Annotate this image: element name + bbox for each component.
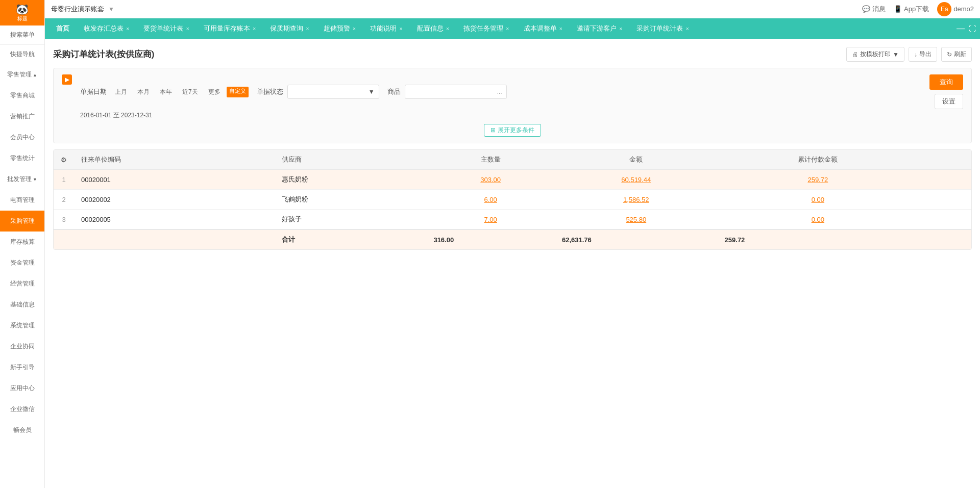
col-code: 往来单位编码 bbox=[74, 150, 275, 170]
nav-tab-stock-summary[interactable]: 收发存汇总表 × bbox=[77, 21, 136, 36]
main-area: 母婴行业演示账套 ▼ 💬 消息 📱 App下载 Ea demo2 首页 收发存汇… bbox=[45, 0, 980, 488]
close-icon[interactable]: × bbox=[619, 25, 622, 32]
close-icon[interactable]: × bbox=[186, 25, 189, 32]
nav-tab-function[interactable]: 功能说明 × bbox=[363, 21, 409, 36]
sidebar-item-enterprise[interactable]: 企业协同 bbox=[0, 336, 44, 357]
sidebar-item-purchase[interactable]: 采购管理 bbox=[0, 211, 44, 232]
sidebar-item-retail-shop[interactable]: 零售商城 bbox=[0, 85, 44, 106]
close-icon[interactable]: × bbox=[506, 25, 509, 32]
shortcut-last-month[interactable]: 上月 bbox=[111, 87, 131, 97]
sidebar-item-member2[interactable]: 畅会员 bbox=[0, 420, 44, 441]
user-menu[interactable]: Ea demo2 bbox=[937, 2, 974, 16]
export-icon: ↓ bbox=[914, 51, 917, 58]
print-icon: 🖨 bbox=[852, 51, 858, 58]
nav-tab-picking[interactable]: 拣货任务管理 × bbox=[456, 21, 516, 36]
col-gear: ⚙ bbox=[54, 150, 74, 170]
close-icon[interactable]: × bbox=[353, 25, 356, 32]
status-select[interactable]: ▼ bbox=[287, 85, 379, 99]
nav-tab-purchase-stats[interactable]: 采购订单统计表 × bbox=[629, 21, 696, 36]
message-icon: 💬 bbox=[862, 5, 870, 13]
sidebar-item-retail-stats[interactable]: 零售统计 bbox=[0, 148, 44, 169]
close-icon[interactable]: × bbox=[306, 25, 309, 32]
row-num: 2 bbox=[54, 190, 74, 210]
user-name: demo2 bbox=[953, 5, 974, 13]
row-amount: 1,586.52 bbox=[555, 190, 718, 210]
close-icon[interactable]: × bbox=[253, 25, 256, 32]
row-code: 00020005 bbox=[74, 210, 275, 230]
nav-tab-home[interactable]: 首页 bbox=[49, 21, 77, 36]
close-icon[interactable]: × bbox=[685, 25, 689, 32]
goods-label: 商品 bbox=[387, 87, 401, 96]
nav-tab-available-stock[interactable]: 可用量库存账本 × bbox=[197, 21, 263, 36]
sidebar-item-operations[interactable]: 经营管理 bbox=[0, 273, 44, 294]
page-content: 采购订单统计表(按供应商) 🖨 按模板打印 ▼ ↓ 导出 ↻ 刷新 bbox=[45, 39, 980, 488]
nav-tab-invite[interactable]: 邀请下游客户 × bbox=[570, 21, 629, 36]
refresh-button[interactable]: ↻ 刷新 bbox=[941, 47, 972, 62]
sidebar-item-newbie[interactable]: 新手引导 bbox=[0, 357, 44, 378]
minimize-button[interactable]: — bbox=[957, 24, 965, 33]
logo: 🐼 标题 bbox=[0, 0, 44, 25]
close-icon[interactable]: × bbox=[559, 25, 562, 32]
workspace-name: 母婴行业演示账套 bbox=[51, 5, 104, 14]
sidebar-quick-nav[interactable]: 快捷导航 bbox=[0, 45, 44, 64]
settings-button[interactable]: 设置 bbox=[935, 94, 963, 109]
data-table-wrapper: ⚙ 往来单位编码 供应商 主数量 金额 累计付款金额 1 00020001 bbox=[53, 149, 972, 250]
sidebar-item-retail-mgmt[interactable]: 零售管理 bbox=[0, 64, 44, 85]
sidebar-item-ecommerce[interactable]: 电商管理 bbox=[0, 190, 44, 211]
shortcut-more[interactable]: 更多 bbox=[204, 87, 225, 97]
page-title-bar: 采购订单统计表(按供应商) 🖨 按模板打印 ▼ ↓ 导出 ↻ 刷新 bbox=[53, 47, 972, 62]
sidebar-item-app-center[interactable]: 应用中心 bbox=[0, 378, 44, 399]
row-quantity: 303.00 bbox=[426, 170, 555, 190]
sidebar-item-inventory[interactable]: 库存核算 bbox=[0, 232, 44, 252]
row-paid: 0.00 bbox=[718, 210, 918, 230]
nav-tab-config[interactable]: 配置信息 × bbox=[410, 21, 456, 36]
refresh-icon: ↻ bbox=[947, 51, 952, 58]
custom-badge: 自定义 bbox=[227, 87, 249, 97]
maximize-button[interactable]: ⛶ bbox=[969, 24, 976, 33]
filter-area: ▶ 单据日期 上月 本月 本年 近7天 更多 bbox=[53, 68, 972, 143]
shortcut-this-year[interactable]: 本年 bbox=[156, 87, 176, 97]
nav-window-controls: — ⛶ bbox=[957, 24, 976, 33]
row-code: 00020001 bbox=[74, 170, 275, 190]
title-actions: 🖨 按模板打印 ▼ ↓ 导出 ↻ 刷新 bbox=[846, 47, 972, 62]
sidebar-item-wholesale[interactable]: 批发管理 bbox=[0, 169, 44, 190]
content-area: 采购订单统计表(按供应商) 🖨 按模板打印 ▼ ↓ 导出 ↻ 刷新 bbox=[45, 39, 980, 488]
expand-row: ⊞ 展开更多条件 bbox=[62, 124, 963, 137]
sidebar-item-member[interactable]: 会员中心 bbox=[0, 127, 44, 148]
row-paid: 0.00 bbox=[718, 190, 918, 210]
sidebar-item-finance[interactable]: 资金管理 bbox=[0, 252, 44, 273]
nav-tab-cost-adj[interactable]: 成本调整单 × bbox=[517, 21, 570, 36]
row-extra bbox=[918, 190, 971, 210]
row-num: 3 bbox=[54, 210, 74, 230]
filter-row-1: 单据日期 上月 本月 本年 近7天 更多 自定义 bbox=[80, 74, 963, 109]
nav-tab-expiry[interactable]: 保质期查询 × bbox=[263, 21, 316, 36]
sidebar-item-marketing[interactable]: 营销推广 bbox=[0, 106, 44, 127]
query-button[interactable]: 查询 bbox=[929, 74, 963, 90]
row-extra bbox=[918, 210, 971, 230]
close-icon[interactable]: × bbox=[399, 25, 402, 32]
app-download-btn[interactable]: 📱 App下载 bbox=[894, 5, 929, 14]
page-title: 采购订单统计表(按供应商) bbox=[53, 48, 154, 60]
sidebar-search-menu[interactable]: 搜索菜单 bbox=[0, 25, 44, 45]
filter-toggle-icon[interactable]: ▶ bbox=[62, 74, 72, 85]
export-button[interactable]: ↓ 导出 bbox=[909, 47, 937, 62]
print-button[interactable]: 🖨 按模板打印 ▼ bbox=[846, 47, 904, 62]
nav-tab-overstock[interactable]: 超储预警 × bbox=[316, 21, 363, 36]
shortcut-7days[interactable]: 近7天 bbox=[178, 87, 202, 97]
date-label: 单据日期 bbox=[80, 87, 107, 96]
workspace-arrow-icon[interactable]: ▼ bbox=[108, 6, 114, 13]
close-icon[interactable]: × bbox=[126, 25, 129, 32]
logo-text: 标题 bbox=[17, 15, 28, 22]
print-dropdown-icon[interactable]: ▼ bbox=[893, 51, 899, 58]
sidebar-item-basic-info[interactable]: 基础信息 bbox=[0, 294, 44, 315]
message-btn[interactable]: 💬 消息 bbox=[862, 5, 886, 14]
expand-filter-button[interactable]: ⊞ 展开更多条件 bbox=[484, 124, 541, 137]
sidebar-item-weixin[interactable]: 企业微信 bbox=[0, 399, 44, 420]
col-quantity: 主数量 bbox=[426, 150, 555, 170]
close-icon[interactable]: × bbox=[446, 25, 449, 32]
shortcut-this-month[interactable]: 本月 bbox=[133, 87, 154, 97]
footer-extra bbox=[918, 229, 971, 249]
goods-input[interactable]: ... bbox=[405, 85, 507, 99]
nav-tab-order-stats[interactable]: 要货单统计表 × bbox=[136, 21, 196, 36]
sidebar-item-sys-mgmt[interactable]: 系统管理 bbox=[0, 315, 44, 336]
